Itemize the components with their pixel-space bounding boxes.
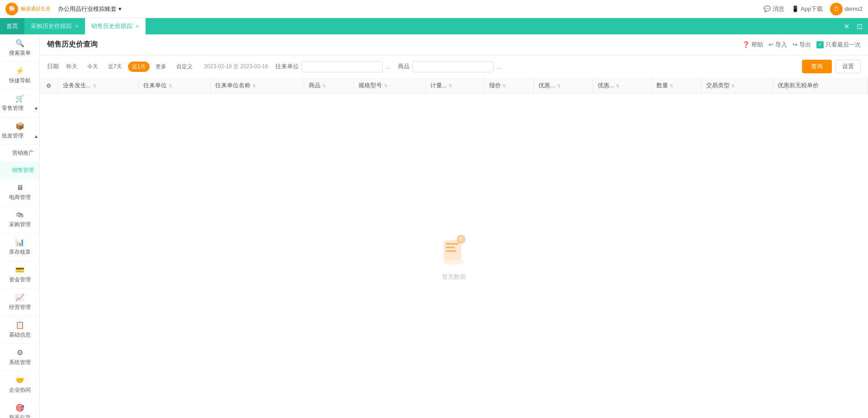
col-counterpart-name[interactable]: 往来单位名称 ⇅ bbox=[210, 78, 304, 94]
col-unit[interactable]: 计量... ⇅ bbox=[425, 78, 484, 94]
sidebar-item-retail[interactable]: 🛒 零售管理 ▾ bbox=[0, 90, 39, 117]
page-header: 销售历史价查询 ❓ 帮助 ↩ 导入 ↪ 导出 ✓ bbox=[40, 34, 868, 55]
tab-purchase-label: 采购历史价跟踪 bbox=[31, 22, 72, 30]
settings-button[interactable]: 设置 bbox=[835, 60, 861, 73]
retail-icon: 🛒 bbox=[15, 94, 24, 103]
sidebar-item-system[interactable]: ⚙ 系统管理 bbox=[0, 344, 39, 371]
sidebar-item-finance[interactable]: 💳 资金管理 bbox=[0, 261, 39, 289]
tab-home[interactable]: 首页 bbox=[0, 18, 24, 34]
tab-purchase[interactable]: 采购历史价跟踪 ✕ bbox=[24, 18, 85, 34]
sidebar-item-enterprise[interactable]: 🤝 企业协同 bbox=[0, 371, 39, 399]
sidebar-label-ecommerce: 电商管理 bbox=[9, 194, 31, 201]
tab-purchase-close[interactable]: ✕ bbox=[75, 24, 79, 29]
empty-icon: ? bbox=[436, 231, 472, 267]
date-range-display: 2023-02-18 至 2023-03-18 bbox=[202, 63, 268, 71]
chip-more[interactable]: 更多 bbox=[151, 62, 170, 72]
col-biz-date[interactable]: 业务发生... ⇅ bbox=[58, 78, 139, 94]
chip-custom[interactable]: 自定义 bbox=[172, 62, 197, 72]
chip-last7[interactable]: 近7天 bbox=[104, 62, 126, 72]
import-button[interactable]: ↩ 导入 bbox=[769, 41, 787, 49]
sidebar: 🔍 搜索菜单 ⚡ 快捷导航 🛒 零售管理 ▾ 📦 批发管理 ▴ 营销推广 销售管… bbox=[0, 34, 40, 418]
only-last-checkbox[interactable]: ✓ 只看最后一次 bbox=[816, 41, 861, 49]
col-discount1[interactable]: 优惠... ⇅ bbox=[534, 78, 593, 94]
query-button[interactable]: 查询 bbox=[802, 60, 832, 73]
export-button[interactable]: ↪ 导出 bbox=[793, 41, 811, 49]
sidebar-label-retail: 零售管理 bbox=[2, 104, 24, 112]
only-last-label: 只看最后一次 bbox=[826, 41, 861, 49]
app-download-icon: 📱 bbox=[792, 5, 799, 12]
sidebar-label-newbie: 新手引导 bbox=[9, 414, 31, 418]
counterpart-label: 往来单位 bbox=[275, 62, 299, 71]
newbie-icon: 🎯 bbox=[15, 404, 24, 412]
sidebar-item-marketing[interactable]: 营销推广 bbox=[0, 145, 39, 162]
inventory-icon: 📊 bbox=[15, 238, 24, 247]
sidebar-label-basic-info: 基础信息 bbox=[9, 331, 31, 339]
chip-last1m[interactable]: 近1月 bbox=[128, 62, 150, 72]
import-label: 导入 bbox=[775, 41, 787, 49]
col-quantity[interactable]: 数量 ⇅ bbox=[651, 78, 701, 94]
tab-home-label: 首页 bbox=[6, 22, 18, 30]
goods-input[interactable] bbox=[412, 61, 494, 72]
sidebar-item-ecommerce[interactable]: 🖥 电商管理 bbox=[0, 179, 39, 206]
logo-area: 畅 畅捷通好生意 bbox=[5, 3, 51, 15]
sidebar-label-purchase: 采购管理 bbox=[9, 221, 31, 228]
logo-icon: 畅 bbox=[5, 3, 18, 15]
counterpart-filter-group: 往来单位 ... bbox=[275, 61, 391, 72]
col-quote[interactable]: 报价 ⇅ bbox=[484, 78, 534, 94]
sidebar-item-quick-nav[interactable]: ⚡ 快捷导航 bbox=[0, 62, 39, 90]
svg-rect-4 bbox=[446, 250, 457, 252]
user-profile[interactable]: D demo2 bbox=[830, 3, 863, 15]
sidebar-label-system: 系统管理 bbox=[9, 359, 31, 366]
avatar: D bbox=[830, 3, 843, 15]
tab-close-all-button[interactable]: ✕ bbox=[842, 20, 851, 33]
sidebar-item-search[interactable]: 🔍 搜索菜单 bbox=[0, 34, 39, 62]
sidebar-label-finance: 资金管理 bbox=[9, 276, 31, 284]
col-counterpart[interactable]: 往来单位 ⇅ bbox=[139, 78, 211, 94]
sidebar-item-inventory[interactable]: 📊 库存核算 bbox=[0, 233, 39, 261]
finance-icon: 💳 bbox=[15, 266, 24, 274]
chip-today[interactable]: 今天 bbox=[83, 62, 102, 72]
filter-row: 日期 昨天 今天 近7天 近1月 更多 自定义 2023-02-18 至 202… bbox=[40, 55, 868, 78]
app-selector[interactable]: 办公用品行业模拟账套 ▾ bbox=[54, 3, 125, 15]
table-header-row: ⚙ 业务发生... ⇅ 往来单位 ⇅ 往来单位名称 ⇅ 商品 ⇅ 规格型号 ⇅ … bbox=[40, 78, 868, 94]
tab-bar: 首页 采购历史价跟踪 ✕ 销售历史价跟踪 ✕ ✕ ⊡ bbox=[0, 18, 868, 34]
goods-filter-group: 商品 ... bbox=[398, 61, 502, 72]
sidebar-item-sales-mgmt[interactable]: 销售管理 bbox=[0, 162, 39, 179]
app-selector-chevron: ▾ bbox=[118, 5, 122, 12]
sidebar-item-newbie[interactable]: 🎯 新手引导 bbox=[0, 399, 39, 418]
date-filter-group: 日期 昨天 今天 近7天 近1月 更多 自定义 2023-02-18 至 202… bbox=[47, 62, 268, 72]
operations-icon: 📈 bbox=[15, 293, 24, 302]
goods-dots[interactable]: ... bbox=[496, 63, 502, 70]
counterpart-dots[interactable]: ... bbox=[386, 63, 391, 70]
counterpart-input[interactable] bbox=[302, 61, 383, 72]
message-icon: 💬 bbox=[764, 5, 771, 12]
tab-sales-close[interactable]: ✕ bbox=[135, 24, 139, 29]
logo-text: 畅捷通好生意 bbox=[21, 5, 51, 12]
tab-sales[interactable]: 销售历史价跟踪 ✕ bbox=[85, 18, 146, 34]
sidebar-item-operations[interactable]: 📈 经营管理 bbox=[0, 289, 39, 316]
col-settings[interactable]: ⚙ bbox=[40, 78, 58, 94]
help-button[interactable]: ❓ 帮助 bbox=[742, 41, 763, 49]
col-trade-type[interactable]: 交易类型 ⇅ bbox=[701, 78, 773, 94]
tab-sales-label: 销售历史价跟踪 bbox=[91, 22, 132, 30]
tab-restore-button[interactable]: ⊡ bbox=[855, 20, 864, 33]
sidebar-label-marketing: 营销推广 bbox=[12, 149, 34, 157]
app-download-button[interactable]: 📱 App下载 bbox=[792, 5, 823, 13]
sidebar-item-purchase[interactable]: 🛍 采购管理 bbox=[0, 206, 39, 233]
col-pretax-price[interactable]: 优惠前无税单价 bbox=[773, 78, 868, 94]
col-discount2[interactable]: 优惠... ⇅ bbox=[593, 78, 651, 94]
date-chips: 昨天 今天 近7天 近1月 更多 自定义 bbox=[62, 62, 197, 72]
purchase-icon: 🛍 bbox=[16, 211, 24, 219]
export-label: 导出 bbox=[799, 41, 811, 49]
sidebar-item-basic-info[interactable]: 📋 基础信息 bbox=[0, 316, 39, 344]
col-spec[interactable]: 规格型号 ⇅ bbox=[354, 78, 425, 94]
message-button[interactable]: 💬 消息 bbox=[764, 5, 784, 13]
col-goods[interactable]: 商品 ⇅ bbox=[304, 78, 354, 94]
user-name: demo2 bbox=[844, 5, 863, 12]
message-label: 消息 bbox=[773, 5, 784, 13]
retail-expand-icon: ▾ bbox=[35, 105, 38, 112]
sidebar-item-wholesale[interactable]: 📦 批发管理 ▴ bbox=[0, 117, 39, 145]
page-actions: ❓ 帮助 ↩ 导入 ↪ 导出 ✓ 只看最后一次 bbox=[742, 41, 861, 49]
chip-yesterday[interactable]: 昨天 bbox=[62, 62, 81, 72]
system-icon: ⚙ bbox=[17, 348, 23, 357]
